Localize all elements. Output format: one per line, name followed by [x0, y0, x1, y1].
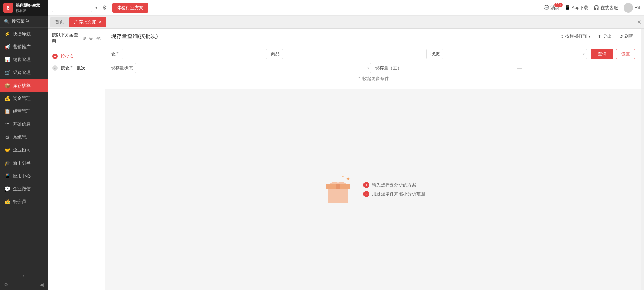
scheme-settings-icon[interactable]: ⊛: [89, 35, 93, 41]
refresh-btn[interactable]: ↺ 刷新: [617, 32, 635, 41]
app-download-label: App下载: [572, 5, 588, 11]
active-dot: ●: [52, 54, 58, 59]
sidebar-footer: ⚙ ◀: [0, 279, 48, 290]
warehouse-dots[interactable]: ...: [260, 52, 264, 56]
right-scrollbar[interactable]: [641, 29, 644, 290]
filter-status: 状态 ▾: [431, 49, 587, 59]
tab-home[interactable]: 首页: [50, 17, 69, 27]
sidebar-item-appstore[interactable]: 📱 应用中心: [0, 169, 48, 182]
newbie-icon: 🎓: [4, 160, 10, 166]
collapse-left-icon[interactable]: ≪: [96, 35, 101, 41]
product-dots[interactable]: ...: [420, 52, 424, 56]
message-btn[interactable]: 💬 消息 99+: [544, 5, 559, 11]
tab-close-btn[interactable]: ×: [99, 20, 101, 24]
sidebar-item-label: 新手引导: [13, 160, 31, 166]
step-1-num: 1: [363, 182, 369, 188]
app-download-btn[interactable]: 📱 App下载: [565, 5, 588, 11]
status-label: 状态: [431, 51, 440, 57]
vip-icon: 👑: [4, 199, 10, 205]
step-2-text: 用过滤条件来缩小分析范围: [372, 191, 425, 197]
topbar-search-input[interactable]: [52, 4, 92, 12]
sidebar-item-system[interactable]: ⚙ 系统管理: [0, 131, 48, 144]
filter-area: 仓库 ... 商品 ... 状态: [105, 44, 641, 89]
stock-status-select[interactable]: 全部 有库存 无库存: [135, 63, 371, 73]
scheme-item-by-batch[interactable]: ● 按批次: [48, 51, 105, 62]
sidebar: 6 畅康通好生意 标准版 🔍 搜索菜单 ⚡ 快捷导航 📢 营销推广 📊 销售管理…: [0, 0, 48, 290]
appstore-icon: 📱: [4, 173, 10, 179]
system-icon: ⚙: [4, 134, 10, 140]
status-select-wrapper: ▾: [442, 49, 587, 59]
collapse-filters-btn[interactable]: ⌃ 收起更多条件: [111, 73, 635, 85]
product-input-box[interactable]: ...: [282, 49, 427, 59]
topbar-dropdown-btn[interactable]: ▾: [95, 5, 97, 10]
brand-info: 畅康通好生意 标准版: [16, 3, 40, 13]
print-template-btn[interactable]: 🖨 按模板打印 ▾: [557, 32, 592, 41]
sidebar-item-label: 快捷导航: [13, 31, 31, 37]
add-scheme-icon[interactable]: ⊕: [82, 35, 86, 41]
filter-row-1: 仓库 ... 商品 ... 状态: [111, 49, 635, 59]
sidebar-item-wechat[interactable]: 💬 企业微信: [0, 182, 48, 195]
main-area: ▾ ⚙ 体验行业方案 💬 消息 99+ 📱 App下载 🎧 在线客服 Rit: [48, 0, 644, 290]
sidebar-item-enterprise[interactable]: 🤝 企业协同: [0, 144, 48, 157]
sidebar-item-vip[interactable]: 👑 畅会员: [0, 195, 48, 208]
sidebar-item-finance[interactable]: 💰 资金管理: [0, 92, 48, 105]
basic-icon: 🗃: [4, 121, 10, 127]
refresh-icon: ↺: [619, 34, 623, 39]
tab-inventory-batch-label: 库存批次账: [74, 19, 96, 25]
svg-text:✦: ✦: [341, 174, 344, 178]
sidebar-item-basic[interactable]: 🗃 基础信息: [0, 118, 48, 131]
warehouse-input-box[interactable]: ...: [122, 49, 267, 59]
svg-text:✦: ✦: [345, 176, 351, 182]
collapse-label: 收起更多条件: [362, 76, 389, 82]
operations-icon: 📋: [4, 108, 10, 114]
print-icon: 🖨: [559, 34, 564, 39]
page-header-actions: 🖨 按模板打印 ▾ ⬆ 导出 ↺ 刷新: [557, 32, 635, 41]
content-area: 按以下方案查询 ⊕ ⊛ ≪ ● 按批次 ○ 按仓库+批次: [48, 29, 644, 290]
settings-icon[interactable]: ⚙: [4, 282, 9, 287]
settings-btn[interactable]: 设置: [616, 49, 635, 59]
left-panel-items: ● 按批次 ○ 按仓库+批次: [48, 48, 105, 76]
stock-status-label: 现存量状态: [111, 65, 133, 71]
sidebar-item-inventory[interactable]: 📦 库存核算: [0, 79, 48, 92]
scheme-item-by-warehouse-batch[interactable]: ○ 按仓库+批次: [48, 62, 105, 74]
topbar: ▾ ⚙ 体验行业方案 💬 消息 99+ 📱 App下载 🎧 在线客服 Rit: [48, 0, 644, 16]
tabbar: 首页 库存批次账 × ✕: [48, 16, 644, 29]
collapse-icon[interactable]: ◀: [40, 282, 44, 287]
message-badge: 99+: [554, 3, 563, 7]
sidebar-item-purchase[interactable]: 🛒 采购管理: [0, 66, 48, 79]
stock-qty-min-input[interactable]: [404, 64, 515, 72]
print-dropdown-icon: ▾: [589, 35, 590, 38]
download-icon: 📱: [565, 5, 570, 10]
app-logo: 6: [3, 3, 13, 13]
sidebar-scroll-down[interactable]: ▼: [0, 272, 48, 279]
sidebar-item-marketing[interactable]: 📢 营销推广: [0, 40, 48, 53]
experience-btn[interactable]: 体验行业方案: [112, 3, 148, 13]
sidebar-item-shortcut[interactable]: ⚡ 快捷导航: [0, 28, 48, 40]
search-menu[interactable]: 🔍 搜索菜单: [0, 16, 48, 28]
range-divider: —: [517, 66, 522, 71]
user-avatar: [624, 3, 633, 13]
scheme-label-by-warehouse-batch: 按仓库+批次: [61, 65, 85, 71]
svg-rect-2: [336, 184, 340, 189]
tabbar-close-all-btn[interactable]: ✕: [637, 19, 641, 25]
query-btn[interactable]: 查询: [591, 49, 613, 59]
export-icon: ⬆: [598, 34, 601, 39]
topbar-right: 💬 消息 99+ 📱 App下载 🎧 在线客服 Rit: [544, 3, 640, 13]
sidebar-item-label: 畅会员: [13, 199, 26, 205]
topbar-gear-btn[interactable]: ⚙: [100, 3, 109, 13]
left-panel: 按以下方案查询 ⊕ ⊛ ≪ ● 按批次 ○ 按仓库+批次: [48, 29, 105, 290]
sidebar-item-operations[interactable]: 📋 经营管理: [0, 105, 48, 118]
sidebar-item-newbie[interactable]: 🎓 新手引导: [0, 157, 48, 169]
user-area[interactable]: Rit: [624, 3, 640, 13]
stock-qty-max-input[interactable]: [524, 64, 635, 72]
sidebar-item-sales[interactable]: 📊 销售管理: [0, 53, 48, 66]
tab-inventory-batch[interactable]: 库存批次账 ×: [69, 17, 106, 27]
filter-warehouse: 仓库 ...: [111, 49, 267, 59]
finance-icon: 💰: [4, 95, 10, 102]
edition-label: 标准版: [16, 8, 40, 13]
status-select[interactable]: [442, 49, 587, 59]
company-name: 畅康通好生意: [16, 3, 40, 8]
export-btn[interactable]: ⬆ 导出: [596, 32, 614, 41]
online-service-btn[interactable]: 🎧 在线客服: [594, 5, 618, 11]
right-panel: 现存量查询(按批次) 🖨 按模板打印 ▾ ⬆ 导出 ↺ 刷新: [105, 29, 641, 290]
